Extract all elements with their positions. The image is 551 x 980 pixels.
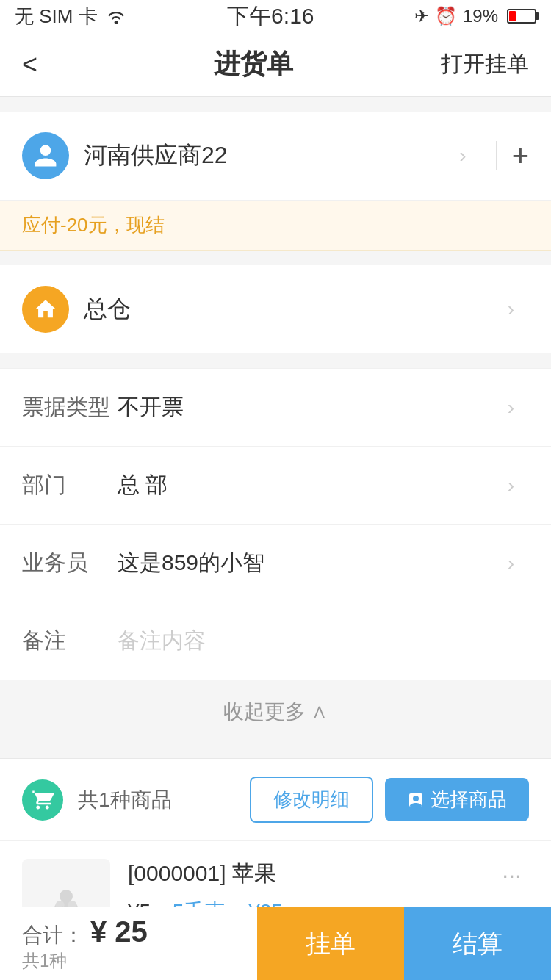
bottom-bar: 合计： ¥ 25 共1种 挂单 结算 <box>0 907 551 980</box>
status-right: ✈ ⏰ 19% <box>414 6 536 26</box>
staff-label: 业务员 <box>22 548 118 578</box>
checkout-button[interactable]: 结算 <box>404 907 551 981</box>
dept-value: 总 部 <box>118 470 508 500</box>
divider-3 <box>0 353 551 368</box>
wifi-icon <box>105 8 127 24</box>
divider-4 <box>0 743 551 758</box>
product-code: [0000001] <box>128 861 226 885</box>
invoice-label: 票据类型 <box>22 392 118 422</box>
warehouse-icon <box>33 297 58 322</box>
product-icon <box>32 789 54 811</box>
remark-label: 备注 <box>22 626 118 656</box>
product-header: 共1种商品 修改明细 选择商品 <box>0 758 551 840</box>
supplier-name: 河南供应商22 <box>84 140 459 172</box>
status-left: 无 SIM 卡 <box>15 4 127 29</box>
page-title: 进货单 <box>214 46 293 82</box>
chevron-right-icon-4: › <box>508 474 514 497</box>
supplier-avatar <box>22 132 69 179</box>
staff-row[interactable]: 业务员 这是859的小智 › <box>0 524 551 602</box>
carrier-label: 无 SIM 卡 <box>15 4 98 29</box>
product-display-name: 苹果 <box>232 861 276 885</box>
dept-label: 部门 <box>22 470 118 500</box>
location-icon: ✈ <box>414 6 429 26</box>
product-count: 共1种商品 <box>78 786 250 814</box>
total-row: 合计： ¥ 25 <box>22 915 235 949</box>
select-product-button[interactable]: 选择商品 <box>385 778 529 821</box>
hang-button[interactable]: 挂单 <box>257 907 404 981</box>
select-product-label: 选择商品 <box>431 787 507 813</box>
main-content: 河南供应商22 › + 应付-20元，现结 总仓 › 票据类型 不开票 › 部门 <box>0 97 551 980</box>
warehouse-icon-wrap <box>22 286 69 333</box>
staff-value: 这是859的小智 <box>118 548 508 578</box>
edit-detail-button[interactable]: 修改明细 <box>250 777 373 823</box>
divider-2 <box>0 251 551 265</box>
battery-percent: 19% <box>463 6 498 26</box>
status-bar: 无 SIM 卡 下午6:16 ✈ ⏰ 19% <box>0 0 551 32</box>
remark-row[interactable]: 备注 备注内容 <box>0 602 551 680</box>
add-button[interactable]: + <box>512 140 529 173</box>
supplier-row[interactable]: 河南供应商22 › + <box>0 112 551 201</box>
warehouse-name: 总仓 <box>84 293 508 325</box>
open-hang-button[interactable]: 打开挂单 <box>441 49 529 79</box>
back-button[interactable]: < <box>22 49 66 80</box>
invoice-row[interactable]: 票据类型 不开票 › <box>0 368 551 446</box>
dept-row[interactable]: 部门 总 部 › <box>0 446 551 524</box>
select-icon <box>407 791 425 809</box>
chevron-right-icon: › <box>459 144 466 167</box>
total-amount: ¥ 25 <box>90 915 148 948</box>
supplier-section: 河南供应商22 › + 应付-20元，现结 <box>0 112 551 251</box>
chevron-right-icon-3: › <box>508 396 514 419</box>
product-name: [0000001] 苹果 <box>128 859 494 889</box>
chevron-right-icon-2: › <box>508 298 514 321</box>
invoice-value: 不开票 <box>118 392 508 422</box>
battery-icon <box>507 9 536 24</box>
collapse-button[interactable]: 收起更多 ∧ <box>0 680 551 743</box>
status-time: 下午6:16 <box>227 1 314 32</box>
person-icon <box>32 143 59 169</box>
divider-1 <box>0 97 551 112</box>
remark-placeholder: 备注内容 <box>118 626 529 656</box>
warehouse-row[interactable]: 总仓 › <box>0 265 551 353</box>
warehouse-section: 总仓 › <box>0 265 551 353</box>
total-section: 合计： ¥ 25 共1种 <box>0 915 257 973</box>
alarm-icon: ⏰ <box>435 6 457 26</box>
supplier-notice: 应付-20元，现结 <box>0 201 551 251</box>
chevron-right-icon-5: › <box>508 552 514 575</box>
total-label: 合计： <box>22 923 84 946</box>
supplier-divider <box>496 141 497 170</box>
form-section: 票据类型 不开票 › 部门 总 部 › 业务员 这是859的小智 › 备注 备注… <box>0 368 551 680</box>
product-icon-wrap <box>22 779 63 821</box>
product-more-button[interactable]: ··· <box>494 859 529 892</box>
nav-bar: < 进货单 打开挂单 <box>0 32 551 97</box>
total-count: 共1种 <box>22 949 235 973</box>
